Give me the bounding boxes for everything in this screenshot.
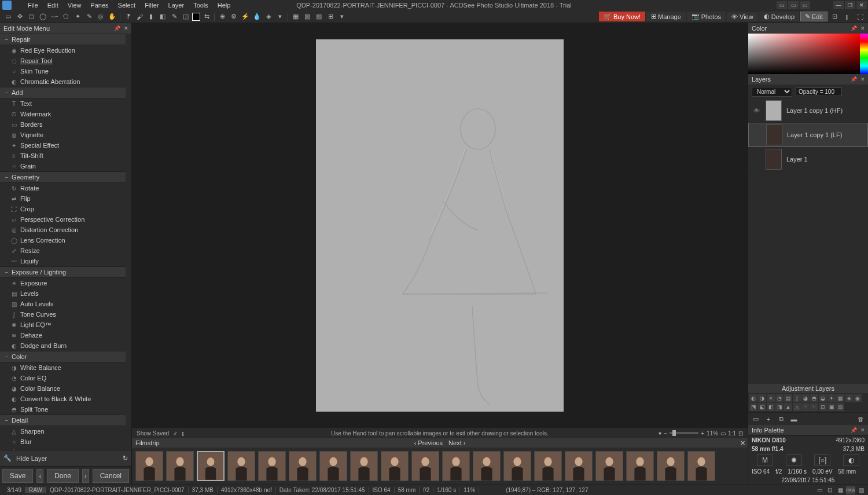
filmstrip-thumb[interactable] — [411, 451, 439, 481]
cancel-button[interactable]: Cancel — [93, 469, 129, 483]
close-button[interactable]: ✕ — [856, 1, 867, 9]
group-header[interactable]: Repair — [0, 34, 126, 45]
color-picker[interactable] — [748, 34, 868, 74]
tool-item[interactable]: ◐Dodge and Burn — [0, 340, 126, 351]
group-header[interactable]: Exposure / Lighting — [0, 266, 126, 278]
menu-file[interactable]: File — [23, 2, 43, 9]
image-canvas[interactable] — [316, 39, 564, 412]
group-header[interactable]: Detail — [0, 415, 126, 426]
more-icon[interactable]: ▾ — [337, 12, 347, 22]
adj-icon[interactable]: ✦ — [827, 394, 836, 402]
adj-icon[interactable]: ⬕ — [758, 403, 766, 411]
group-icon[interactable]: ⊞ — [325, 12, 336, 22]
menu-view[interactable]: View — [63, 2, 86, 9]
tool-item[interactable]: ◌Repair Tool — [0, 56, 126, 66]
sb-icon-raw[interactable]: RAW — [846, 486, 855, 494]
adj-icon[interactable]: ◉ — [854, 394, 862, 402]
layer-row[interactable]: 👁Layer 1 copy 1 (HF) — [748, 98, 868, 123]
filmstrip-thumb[interactable] — [473, 451, 501, 481]
actual-size[interactable]: 1:1 — [728, 430, 736, 437]
bolt-icon[interactable]: ⚡ — [240, 12, 251, 22]
navigator-icon[interactable]: ⊡ — [738, 430, 743, 437]
mode-view[interactable]: 👁 View — [727, 12, 758, 21]
maximize-button[interactable]: ❐ — [845, 1, 855, 9]
tool-item[interactable]: ⛶Crop — [0, 204, 126, 214]
align-1-icon[interactable]: ▦ — [290, 12, 301, 22]
tool-item[interactable]: ◉Red Eye Reduction — [0, 45, 126, 56]
filmstrip-thumb[interactable] — [595, 451, 623, 481]
tool-item[interactable]: 〰Liquify — [0, 256, 126, 266]
histogram-icon[interactable]: ⫿ — [842, 12, 852, 22]
adj-icon[interactable]: ⬔ — [749, 403, 757, 411]
magic-wand-icon[interactable]: ✦ — [72, 12, 83, 22]
filmstrip-thumb[interactable] — [565, 451, 593, 481]
marquee-rect-icon[interactable]: ◻ — [26, 12, 36, 22]
group-header[interactable]: Color — [0, 351, 126, 362]
hand-tool-icon[interactable]: ✋ — [107, 12, 117, 22]
zoom-in-icon[interactable]: ⊕ — [217, 12, 227, 22]
adj-icon[interactable]: ▣ — [827, 403, 836, 411]
canvas-area[interactable] — [132, 23, 748, 428]
adj-icon[interactable]: ◈ — [845, 394, 853, 402]
tool-item[interactable]: ©Watermark — [0, 109, 126, 119]
filmstrip-thumb[interactable] — [534, 451, 562, 481]
layer-visibility-icon[interactable]: 👁 — [752, 106, 761, 115]
adj-icon[interactable]: ☀ — [767, 394, 775, 402]
tool-item[interactable]: ⇄Flip — [0, 193, 126, 204]
mode-develop[interactable]: ◐ Develop — [759, 12, 799, 21]
eyedrop-icon[interactable]: ⁋ — [123, 12, 133, 22]
tool-item[interactable]: ◔Color EQ — [0, 373, 126, 383]
tool-item[interactable]: ∫Tone Curves — [0, 309, 126, 320]
gradient-icon[interactable]: ◧ — [157, 12, 168, 22]
delete-layer-icon[interactable]: 🗑 — [855, 415, 866, 424]
tool-item[interactable]: ✦Special Effect — [0, 140, 126, 151]
filmstrip[interactable] — [132, 448, 748, 485]
adj-icon[interactable]: ◨ — [775, 403, 784, 411]
new-layer-icon[interactable]: ▭ — [751, 415, 761, 424]
filmstrip-thumb[interactable] — [197, 451, 225, 481]
filmstrip-thumb[interactable] — [135, 451, 163, 481]
pin-icon[interactable]: 📌 — [113, 24, 121, 32]
adj-icon[interactable]: ▦ — [836, 394, 844, 402]
sb-icon-3[interactable]: ▦ — [836, 486, 845, 494]
tool-item[interactable]: ✺Light EQ™ — [0, 320, 126, 330]
tool-item[interactable]: ⁘Grain — [0, 161, 126, 171]
tool-item[interactable]: ▭Borders — [0, 119, 126, 130]
lasso-icon[interactable]: 〰 — [49, 12, 60, 22]
tool-item[interactable]: △Sharpen — [0, 426, 126, 437]
compare-icon[interactable]: ⫽ — [172, 430, 178, 437]
tool-item[interactable]: ☀Exposure — [0, 278, 126, 288]
pencil-icon[interactable]: ✎ — [169, 12, 179, 22]
fullscreen-icon[interactable]: ⛶ — [855, 12, 865, 22]
toggle-panels-icon[interactable]: ⊡ — [829, 12, 840, 22]
close-panel-icon[interactable]: ✕ — [122, 24, 130, 32]
brush-icon[interactable]: 🖌 — [134, 12, 145, 22]
tool-item[interactable]: ◐Chromatic Aberration — [0, 76, 126, 87]
opacity-input[interactable] — [796, 87, 842, 96]
mode-edit[interactable]: ✎ Edit — [800, 12, 827, 21]
layers-pin-icon[interactable]: 📌 — [849, 75, 858, 83]
adj-icon[interactable]: ▤ — [836, 403, 844, 411]
adj-icon[interactable]: ◒ — [819, 394, 827, 402]
tool-item[interactable]: ≋Dehaze — [0, 330, 126, 340]
save-button[interactable]: Save — [2, 469, 33, 483]
fit-icon[interactable]: ▭ — [720, 430, 726, 437]
group-header[interactable]: Geometry — [0, 171, 126, 183]
tool-item[interactable]: ◑White Balance — [0, 362, 126, 373]
prev-image-button[interactable]: ‹ — [36, 469, 43, 483]
tool-item[interactable]: ▤Levels — [0, 288, 126, 299]
filmstrip-thumb[interactable] — [381, 451, 409, 481]
group-header[interactable]: Add — [0, 87, 126, 98]
filmstrip-thumb[interactable] — [657, 451, 685, 481]
color-swap-icon[interactable]: ⇆ — [201, 12, 212, 22]
layer-row[interactable]: Layer 1 copy 1 (LF) — [748, 123, 868, 147]
menu-tools[interactable]: Tools — [189, 2, 213, 9]
show-saved-toggle[interactable]: Show Saved — [137, 430, 169, 437]
layer-row[interactable]: Layer 1 — [748, 147, 868, 171]
tool-item[interactable]: ◕Color Balance — [0, 383, 126, 394]
eraser-icon[interactable]: ◫ — [181, 12, 191, 22]
transform-icon[interactable]: ◈ — [263, 12, 274, 22]
minimize-button[interactable]: — — [833, 1, 844, 9]
tool-item[interactable]: ▥Auto Levels — [0, 299, 126, 309]
filmstrip-thumb[interactable] — [350, 451, 378, 481]
